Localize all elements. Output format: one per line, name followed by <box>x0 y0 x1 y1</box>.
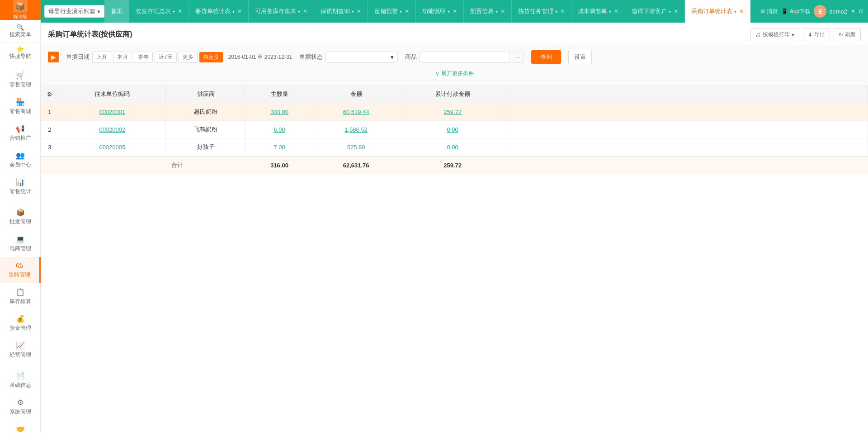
cell-qty[interactable]: 7.00 <box>246 138 313 157</box>
sidebar-item-purchase[interactable]: 🛍 采购管理 <box>0 257 41 283</box>
cell-amount[interactable]: 525.80 <box>313 138 399 157</box>
sidebar-item-ecommerce[interactable]: 💻 电商管理 <box>0 230 41 257</box>
date-btn-7days[interactable]: 近7天 <box>155 52 177 63</box>
expand-button[interactable]: ∨ 展开更多条件 <box>51 70 858 77</box>
tab-close-icon[interactable]: ✕ <box>500 8 505 14</box>
col-paid-header: 累计付款金额 <box>399 86 506 103</box>
goods-input[interactable] <box>420 52 510 63</box>
sidebar-item-operation[interactable]: 📈 经营管理 <box>0 337 41 363</box>
date-btn-this-month[interactable]: 本月 <box>113 52 132 63</box>
sidebar-item-enterprise[interactable]: 🤝 企业协同 <box>0 420 41 433</box>
tab-close-icon[interactable]: ✕ <box>560 8 565 14</box>
top-nav: 母婴行业演示账套 ▾ 首页 收发存汇总表 ▾ ✕ 要货单统计表 ▾ ✕ 可用量库… <box>41 0 868 23</box>
nav-tab-purchasesummary[interactable]: 采购订单统计表 ▾ ✕ <box>685 0 750 23</box>
nav-tab-warranty[interactable]: 保质期查询 ▾ ✕ <box>314 0 368 23</box>
goods-more-icon[interactable]: ··· <box>513 52 524 63</box>
sidebar-item-marketing[interactable]: 📢 营销推广 <box>0 120 41 147</box>
sidebar-item-retailstat[interactable]: 📊 零售统计 <box>0 173 41 200</box>
cell-paid[interactable]: 0.00 <box>399 138 506 157</box>
cell-amount[interactable]: 60,519.44 <box>313 103 399 121</box>
status-select[interactable]: ▾ <box>326 52 398 63</box>
sidebar-item-basic[interactable]: 📄 基础信息 <box>0 367 41 394</box>
cell-code[interactable]: 00020001 <box>59 103 166 121</box>
ecommerce-icon: 💻 <box>16 235 25 243</box>
tab-close-icon[interactable]: ✕ <box>178 8 182 14</box>
cell-check: 1 <box>41 103 59 121</box>
cell-check: 3 <box>41 138 59 157</box>
sidebar-item-wholesale[interactable]: 📦 批发管理 <box>0 204 41 230</box>
custom-date-tag[interactable]: 自定义 <box>199 52 223 62</box>
operation-icon: 📈 <box>16 341 25 350</box>
message-button[interactable]: ✉ 消息 <box>760 8 778 15</box>
tab-close-icon[interactable]: ✕ <box>237 8 242 14</box>
sidebar-item-membership[interactable]: 👥 会员中心 <box>0 147 41 173</box>
sidebar-item-search[interactable]: 🔍 搜索菜单 <box>0 20 41 43</box>
nav-tab-invitecustomer[interactable]: 邀请下游客户 ▾ ✕ <box>625 0 685 23</box>
cell-qty[interactable]: 6.00 <box>246 121 313 138</box>
tab-close-icon[interactable]: ✕ <box>453 8 457 14</box>
nav-tab-config[interactable]: 配置信息 ▾ ✕ <box>464 0 512 23</box>
filter-area: ▶ 单据日期 上月 本月 本年 近7天 更多 自定义 2016-01-01 至 … <box>41 45 868 86</box>
query-button[interactable]: 查询 <box>531 50 561 64</box>
settings-button[interactable]: 设置 <box>568 50 592 64</box>
status-dropdown-icon: ▾ <box>391 54 394 61</box>
export-button[interactable]: ⬇ 导出 <box>803 28 830 41</box>
footer-code-cell <box>59 156 166 174</box>
cell-code[interactable]: 00020002 <box>59 121 166 138</box>
tab-close-icon[interactable]: ✕ <box>357 8 361 14</box>
tab-close-icon[interactable]: ✕ <box>405 8 409 14</box>
sidebar-item-quicknav[interactable]: ⭐ 快捷导航 <box>0 43 41 63</box>
cell-code[interactable]: 00020005 <box>59 138 166 157</box>
tab-close-icon[interactable]: ✕ <box>303 8 307 14</box>
cell-qty[interactable]: 303.00 <box>246 103 313 121</box>
refresh-button[interactable]: ↻ 刷新 <box>834 28 861 41</box>
code-link[interactable]: 00020002 <box>99 126 125 133</box>
close-window-button[interactable]: ✕ <box>851 8 855 14</box>
print-button[interactable]: 🖨 按模板打印 ▾ <box>750 28 799 41</box>
nav-tab-shoufasummary[interactable]: 收发存汇总表 ▾ ✕ <box>129 0 189 23</box>
system-icon: ⚙ <box>17 398 24 407</box>
sidebar-item-finance[interactable]: 💰 资金管理 <box>0 310 41 337</box>
refresh-icon: ↻ <box>839 32 843 38</box>
filter-expand: ∨ 展开更多条件 <box>48 64 861 81</box>
app-logo[interactable]: 📦 标准版 <box>0 0 41 20</box>
nav-tab-costadjust[interactable]: 成本调整单 ▾ ✕ <box>571 0 625 23</box>
avatar: E <box>814 5 826 18</box>
purchase-icon: 🛍 <box>16 262 23 270</box>
date-btn-more[interactable]: 更多 <box>179 52 198 63</box>
footer-label: 合计 <box>166 156 246 174</box>
code-link[interactable]: 00020001 <box>99 109 125 115</box>
cell-paid[interactable]: 259.72 <box>399 103 506 121</box>
app-download-button[interactable]: 📱 App下载 <box>781 8 810 15</box>
tab-arrow-icon: ▾ <box>298 9 300 14</box>
date-btn-this-year[interactable]: 本年 <box>134 52 153 63</box>
cell-paid[interactable]: 0.00 <box>399 121 506 138</box>
sidebar-item-retailstore[interactable]: 🏪 零售商城 <box>0 93 41 120</box>
code-link[interactable]: 00020005 <box>99 144 125 151</box>
membership-icon: 👥 <box>16 151 25 160</box>
filter-toggle-button[interactable]: ▶ <box>48 52 59 62</box>
nav-tab-picktask[interactable]: 拣货任务管理 ▾ ✕ <box>512 0 571 23</box>
settings-col-icon[interactable]: ⚙ <box>47 91 52 98</box>
sidebar-item-system[interactable]: ⚙ 系统管理 <box>0 394 41 420</box>
account-dropdown[interactable]: 母婴行业演示账套 ▾ <box>44 5 104 18</box>
sidebar-item-retail[interactable]: 🛒 零售管理 <box>0 67 41 93</box>
nav-tab-ordersummary[interactable]: 要货单统计表 ▾ ✕ <box>189 0 249 23</box>
user-info[interactable]: E demo2 <box>814 5 847 18</box>
message-label: 消息 <box>767 8 778 15</box>
tab-close-icon[interactable]: ✕ <box>674 8 678 14</box>
nav-tab-home[interactable]: 首页 <box>104 0 129 23</box>
date-btn-last-month[interactable]: 上月 <box>92 52 111 63</box>
row-no: 2 <box>48 126 51 133</box>
page-content: 采购订单统计表(按供应商) 🖨 按模板打印 ▾ ⬇ 导出 ↻ 刷新 <box>41 23 868 433</box>
nav-tab-overstock[interactable]: 超储预警 ▾ ✕ <box>368 0 416 23</box>
nav-tab-inventory[interactable]: 可用量库存账本 ▾ ✕ <box>249 0 314 23</box>
cell-amount[interactable]: 1,586.52 <box>313 121 399 138</box>
tab-close-icon-active[interactable]: ✕ <box>739 8 744 14</box>
nav-tab-funcdesc[interactable]: 功能说明 ▾ ✕ <box>416 0 464 23</box>
table-row: 1 00020001 惠氏奶粉 303.00 60,519.44 259.72 <box>41 103 868 121</box>
sidebar-item-inventory-mgmt[interactable]: 📋 库存核算 <box>0 283 41 310</box>
tab-arrow-icon: ▾ <box>232 9 235 14</box>
tab-close-icon[interactable]: ✕ <box>614 8 618 14</box>
maximize-window-button[interactable]: ⊡ <box>859 8 863 14</box>
